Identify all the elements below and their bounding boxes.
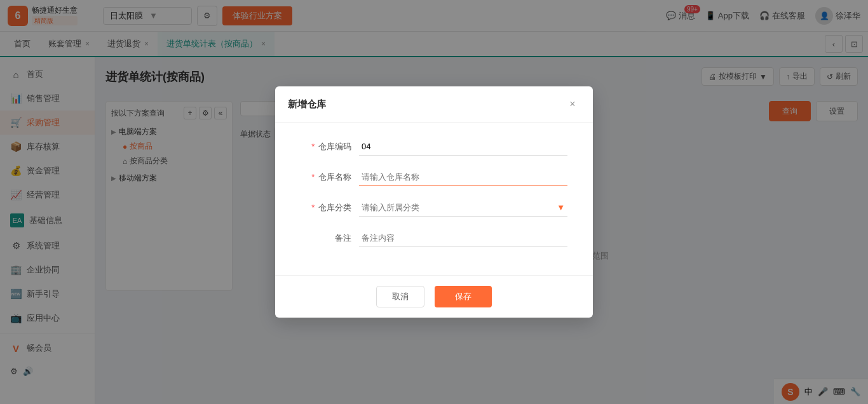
modal-close-button[interactable]: × <box>565 97 580 112</box>
modal-body: * 仓库编码 * 仓库名称 * 仓库分类 <box>275 123 593 275</box>
modal-header: 新增仓库 × <box>275 86 593 123</box>
name-label: * 仓库名称 <box>301 172 351 183</box>
form-row-category: * 仓库分类 ▼ <box>301 199 567 217</box>
save-button[interactable]: 保存 <box>435 286 492 307</box>
category-input[interactable] <box>362 203 557 212</box>
add-warehouse-modal: 新增仓库 × * 仓库编码 * 仓库名称 <box>275 86 593 318</box>
category-dropdown-arrow: ▼ <box>557 203 565 212</box>
category-label: * 仓库分类 <box>301 202 351 213</box>
modal-overlay[interactable]: 新增仓库 × * 仓库编码 * 仓库名称 <box>0 0 868 404</box>
modal-footer: 取消 保存 <box>275 275 593 318</box>
category-select[interactable]: ▼ <box>359 199 567 217</box>
form-row-remark: 备注 <box>301 229 567 247</box>
modal-title: 新增仓库 <box>288 98 326 111</box>
name-input[interactable] <box>359 168 567 186</box>
remark-input[interactable] <box>359 229 567 247</box>
form-row-code: * 仓库编码 <box>301 138 567 156</box>
cancel-button[interactable]: 取消 <box>376 286 424 307</box>
code-label: * 仓库编码 <box>301 141 351 152</box>
form-row-name: * 仓库名称 <box>301 168 567 186</box>
code-input[interactable] <box>359 138 567 156</box>
remark-label: 备注 <box>301 232 351 244</box>
